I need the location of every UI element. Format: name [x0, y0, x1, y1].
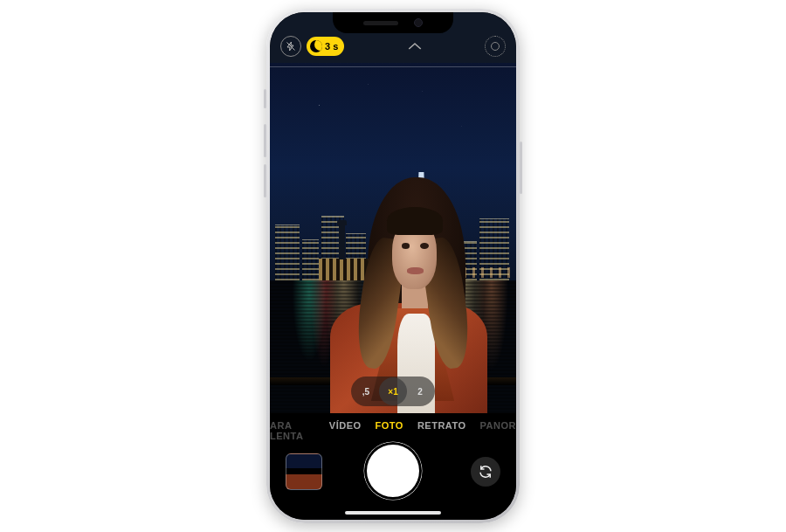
mode-selector[interactable]: ARA LENTA VÍDEO FOTO RETRATO PANOR [270, 413, 516, 441]
screen: 3 s [270, 12, 516, 520]
night-mode-duration: 3 s [325, 41, 338, 52]
camera-bottom-bar: ARA LENTA VÍDEO FOTO RETRATO PANOR [270, 413, 516, 520]
mode-video[interactable]: VÍDEO [329, 420, 362, 441]
volume-down-button[interactable] [264, 164, 266, 197]
expand-controls-button[interactable] [407, 41, 423, 52]
subject-person [319, 161, 506, 413]
night-mode-button[interactable]: 3 s [307, 37, 344, 56]
camera-viewfinder[interactable]: ,5 ×1 2 [270, 63, 516, 413]
live-photo-toggle[interactable] [485, 36, 506, 57]
volume-up-button[interactable] [264, 124, 266, 157]
zoom-1x-button[interactable]: ×1 [379, 377, 407, 405]
mode-photo[interactable]: FOTO [376, 420, 403, 441]
mode-pano[interactable]: PANOR [480, 420, 516, 441]
power-button[interactable] [520, 142, 522, 194]
front-camera [414, 18, 423, 27]
notch [333, 12, 453, 33]
camera-flip-button[interactable] [471, 457, 500, 487]
flash-off-icon [286, 41, 296, 52]
night-mode-icon [310, 40, 322, 52]
flash-toggle[interactable] [280, 36, 301, 57]
mute-switch[interactable] [264, 89, 266, 108]
zoom-selector: ,5 ×1 2 [351, 377, 435, 406]
phone-frame: 3 s [266, 9, 520, 523]
home-indicator[interactable] [345, 511, 441, 515]
zoom-tele-button[interactable]: 2 [408, 379, 432, 404]
speaker-grille [363, 21, 398, 25]
mode-portrait[interactable]: RETRATO [417, 420, 466, 441]
camera-flip-icon [478, 464, 493, 480]
mode-slowmo[interactable]: ARA LENTA [270, 420, 315, 441]
shutter-button[interactable] [369, 446, 417, 495]
chevron-up-icon [407, 41, 423, 52]
zoom-wide-button[interactable]: ,5 [354, 379, 378, 404]
last-photo-thumbnail[interactable] [286, 453, 322, 490]
frame-guide [270, 66, 516, 67]
